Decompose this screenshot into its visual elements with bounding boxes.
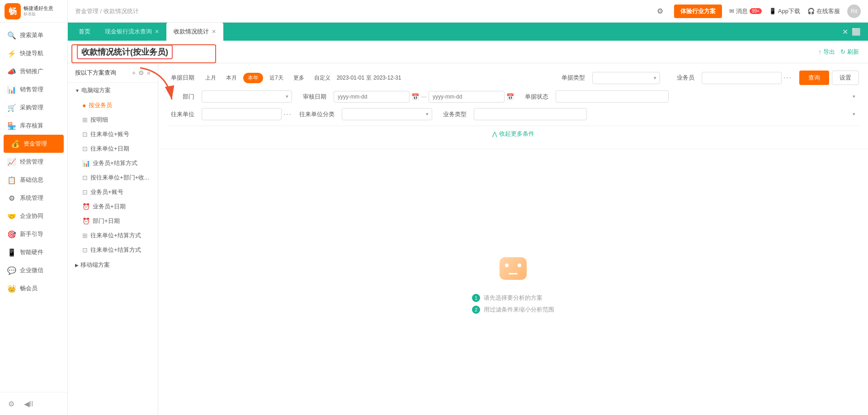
sidebar-item-enterprise[interactable]: 🤝 企业协同 — [0, 207, 67, 225]
scheme-salesman-account[interactable]: ⊡ 业务员+账号 — [68, 185, 158, 199]
biz-type-select[interactable] — [474, 108, 587, 120]
sidebar-item-member[interactable]: 👑 畅会员 — [0, 279, 67, 297]
review-to-input[interactable] — [429, 91, 505, 103]
settings-button[interactable]: ⚙ — [5, 397, 18, 410]
this-month-btn[interactable]: 本月 — [222, 73, 241, 83]
user-avatar[interactable]: Rit — [847, 5, 861, 18]
type-select[interactable] — [592, 72, 660, 84]
sidebar: 畅 畅捷通好生意 标准版 🔍 搜索菜单 ⚡ 快捷导航 📣 营销推广 📊 销售管理… — [0, 0, 68, 415]
desktop-group-header[interactable]: ▼ 电脑端方案 — [68, 83, 158, 98]
sidebar-item-guide[interactable]: 🎯 新手引导 — [0, 225, 67, 243]
scheme-salesman-settlement[interactable]: 📊 业务员+结算方式 — [68, 156, 158, 170]
message-button[interactable]: ✉ 消息 99+ — [729, 7, 762, 15]
tab-bank-close[interactable]: ✕ — [155, 28, 159, 35]
review-from-input[interactable] — [334, 91, 410, 103]
type-select-wrapper — [592, 72, 660, 84]
robot-right-eye — [518, 264, 521, 267]
system-icon: ⚙ — [7, 193, 16, 203]
trial-button[interactable]: 体验行业方案 — [674, 5, 722, 18]
add-scheme-button[interactable]: + — [132, 69, 136, 76]
last-7days-btn[interactable]: 近7天 — [266, 73, 287, 83]
tab-home[interactable]: 首页 — [71, 23, 98, 41]
robot-body — [500, 257, 527, 280]
scheme-counterparty-settlement2[interactable]: ⊡ 往来单位+结算方式 — [68, 243, 158, 257]
set-button[interactable]: 设置 — [832, 71, 859, 85]
status-label: 单据状态 — [521, 93, 548, 101]
date-label: 单据日期 — [167, 74, 194, 82]
more-dates-btn[interactable]: 更多 — [290, 73, 308, 83]
scheme-dept-date[interactable]: ⏰ 部门+日期 — [68, 214, 158, 228]
panel-header: 按以下方案查询 + ⚙ « — [68, 63, 158, 83]
sidebar-item-marketing[interactable]: 📣 营销推广 — [0, 62, 67, 80]
tab-bank[interactable]: 现金银行流水查询 ✕ — [98, 23, 166, 41]
counterparty-label: 往来单位 — [167, 110, 194, 118]
topbar: 资金管理 / 收款情况统计 ⚙ 体验行业方案 ✉ 消息 99+ 📱 App下载 … — [68, 0, 868, 23]
inventory-icon: 🏪 — [7, 121, 16, 130]
counterparty-input[interactable] — [202, 108, 282, 120]
robot-left-eye — [505, 264, 509, 267]
scheme-by-detail[interactable]: ⊞ 按明细 — [68, 113, 158, 127]
status-select-wrapper — [556, 90, 859, 103]
tab-collection-close[interactable]: ✕ — [212, 28, 216, 35]
counterparty-more-button[interactable]: ··· — [283, 110, 292, 118]
scheme-item-label: 业务员+日期 — [93, 203, 126, 211]
last-month-btn[interactable]: 上月 — [202, 73, 220, 83]
refresh-button[interactable]: ↻ 刷新 — [840, 48, 859, 56]
sidebar-item-basicinfo[interactable]: 📋 基础信息 — [0, 171, 67, 189]
logo-text: 畅捷通好生意 — [24, 5, 53, 11]
message-label: 消息 — [736, 7, 748, 15]
salesman-more-button[interactable]: ··· — [783, 74, 792, 82]
collapse-panel-button[interactable]: « — [147, 69, 151, 76]
sidebar-item-system[interactable]: ⚙ 系统管理 — [0, 189, 67, 207]
counterparty-cat-wrapper — [342, 108, 432, 120]
close-window-button[interactable]: ✕ — [842, 28, 848, 36]
sidebar-item-operations[interactable]: 📈 经营管理 — [0, 153, 67, 171]
online-service-button[interactable]: 🎧 在线客服 — [807, 7, 840, 15]
collapse-more-button[interactable]: ⋀ 收起更多条件 — [167, 126, 859, 141]
calendar-to-icon[interactable]: 📅 — [506, 93, 514, 100]
dept-select[interactable] — [202, 90, 292, 103]
counterparty-cat-select[interactable] — [342, 108, 432, 120]
finance-icon: 💰 — [11, 139, 20, 148]
sidebar-item-purchase[interactable]: 🛒 采购管理 — [0, 99, 67, 117]
scheme-by-salesman[interactable]: ● 按业务员 — [68, 98, 158, 113]
counterparty-cat-label: 往来单位分类 — [299, 110, 335, 118]
custom-date-btn[interactable]: 自定义 — [311, 73, 334, 83]
sidebar-item-quicknav[interactable]: ⚡ 快捷导航 — [0, 44, 67, 62]
scheme-item-label: 部门+日期 — [93, 217, 120, 225]
sidebar-item-hardware[interactable]: 📱 智能硬件 — [0, 243, 67, 261]
settings-gear-button[interactable]: ⚙ — [653, 5, 667, 18]
mobile-group-header[interactable]: ▶ 移动端方案 — [68, 257, 158, 273]
app-download-button[interactable]: 📱 App下载 — [769, 7, 800, 15]
query-button[interactable]: 查询 — [799, 71, 829, 85]
calendar-from-icon[interactable]: 📅 — [411, 93, 419, 100]
action-buttons: 查询 设置 — [799, 71, 859, 85]
sidebar-item-wechat[interactable]: 💬 企业微信 — [0, 261, 67, 279]
scheme-counterparty-date[interactable]: ⊡ 往来单位+日期 — [68, 141, 158, 156]
scheme-salesman-date[interactable]: ⏰ 业务员+日期 — [68, 199, 158, 214]
status-select[interactable] — [556, 90, 669, 103]
operations-icon: 📈 — [7, 157, 16, 166]
sidebar-item-sales[interactable]: 📊 销售管理 — [0, 80, 67, 99]
cs2-scheme-icon: ⊡ — [82, 246, 88, 254]
sidebar-item-search[interactable]: 🔍 搜索菜单 — [0, 26, 67, 44]
salesman-input[interactable] — [702, 72, 782, 84]
export-icon: ↑ — [819, 48, 822, 55]
group-arrow-icon: ▼ — [75, 88, 80, 93]
desktop-scheme-group: ▼ 电脑端方案 ● 按业务员 ⊞ 按明细 ⊡ 往来单位+账号 ⊡ 往来单位+ — [68, 83, 158, 257]
export-label: 导出 — [823, 48, 835, 56]
scheme-counterparty-account[interactable]: ⊡ 往来单位+账号 — [68, 127, 158, 141]
sidebar-item-label: 销售管理 — [20, 85, 43, 94]
scheme-counterparty-settlement1[interactable]: ⊞ 往来单位+结算方式 — [68, 228, 158, 243]
scheme-item-label: 往来单位+账号 — [90, 130, 129, 138]
scheme-settings-button[interactable]: ⚙ — [138, 69, 144, 76]
quicknav-icon: ⚡ — [7, 49, 16, 58]
scheme-counterparty-dept[interactable]: ⊡ 按往来单位+部门+收... — [68, 170, 158, 185]
this-year-btn[interactable]: 本年 — [243, 73, 263, 83]
sidebar-item-finance[interactable]: 💰 资金管理 — [4, 135, 64, 153]
export-button[interactable]: ↑ 导出 — [819, 48, 835, 56]
tab-collection[interactable]: 收款情况统计 ✕ — [166, 23, 223, 41]
maximize-window-button[interactable]: ⬜ — [852, 28, 861, 36]
collapse-button[interactable]: ◀II — [22, 397, 35, 410]
sidebar-item-inventory[interactable]: 🏪 库存核算 — [0, 117, 67, 135]
